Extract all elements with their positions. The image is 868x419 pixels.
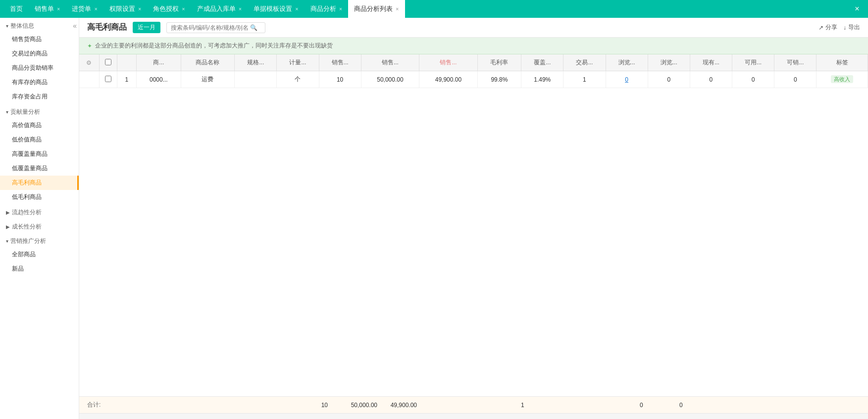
- cell-saleable: 0: [774, 71, 817, 88]
- search-icon[interactable]: 🔍: [250, 24, 257, 31]
- tag-badge: 高收入: [831, 75, 853, 83]
- col-spec[interactable]: 规格...: [235, 54, 277, 71]
- col-gross-rate[interactable]: 毛利率: [477, 54, 521, 71]
- table-container: ⚙ 商... 商品名称 规格... 计量... 销售... 销售... 销售..…: [79, 54, 868, 396]
- sidebar-item-low-coverage[interactable]: 低覆盖量商品: [0, 161, 79, 176]
- info-icon: ✦: [87, 43, 92, 49]
- info-banner: ✦ 企业的主要的利润都是这部分商品创造的，可考虑加大推广，同时关注库存是不要出现…: [79, 38, 868, 54]
- col-unit[interactable]: 计量...: [277, 54, 319, 71]
- cell-available: 0: [732, 71, 774, 88]
- footer-label: 合计:: [87, 401, 101, 409]
- footer-empty-gross: [423, 402, 463, 409]
- sidebar-collapse-button[interactable]: «: [73, 22, 77, 30]
- export-icon: ↓: [843, 24, 846, 31]
- sidebar-item-low-value[interactable]: 低价值商品: [0, 133, 79, 147]
- arrow-right-icon: ▶: [6, 210, 10, 215]
- close-icon[interactable]: ×: [57, 6, 60, 12]
- search-input[interactable]: [171, 24, 250, 31]
- footer-cell-empty4: [225, 402, 265, 409]
- sidebar-item-all-goods[interactable]: 全部商品: [0, 247, 79, 262]
- sidebar-item-high-coverage[interactable]: 高覆盖量商品: [0, 147, 79, 161]
- top-navigation: 首页 销售单 × 进货单 × 权限设置 × 角色授权 × 产成品入库单 × 单据…: [0, 0, 868, 18]
- col-tag[interactable]: 标签: [817, 54, 868, 71]
- nav-product-analysis-list[interactable]: 商品分析列表 ×: [348, 0, 405, 18]
- sidebar-group-overall[interactable]: ▾ 整体信息: [0, 18, 79, 32]
- footer-browse2: [582, 402, 621, 409]
- export-button[interactable]: ↓ 导出: [843, 23, 860, 32]
- content-header: 高毛利商品 近一月 🔍 ↗ 分享 ↓ 导出: [79, 18, 868, 38]
- col-browse1[interactable]: 浏览...: [606, 54, 648, 71]
- col-settings[interactable]: ⚙: [79, 54, 99, 71]
- row-checkbox[interactable]: [105, 76, 111, 82]
- sidebar-item-traded-goods[interactable]: 交易过的商品: [0, 47, 79, 61]
- cell-settings: [79, 71, 99, 88]
- sidebar-item-stocked-goods[interactable]: 有库存的商品: [0, 75, 79, 90]
- col-transaction[interactable]: 交易...: [563, 54, 606, 71]
- nav-role-auth[interactable]: 角色授权 ×: [147, 0, 191, 18]
- nav-sales-order[interactable]: 销售单 ×: [29, 0, 66, 18]
- sidebar-group-growth[interactable]: ▶ 成长性分析: [0, 219, 79, 233]
- page-title: 高毛利商品: [87, 22, 127, 33]
- close-icon[interactable]: ×: [396, 6, 399, 12]
- cell-unit: 个: [277, 71, 319, 88]
- col-saleable[interactable]: 可销...: [774, 54, 817, 71]
- col-sales-qty[interactable]: 销售...: [319, 54, 361, 71]
- cell-code: 0000...: [137, 71, 181, 88]
- cell-sales-qty: 10: [319, 71, 361, 88]
- close-icon[interactable]: ×: [339, 6, 342, 12]
- col-sales-profit[interactable]: 销售...: [419, 54, 478, 71]
- close-icon[interactable]: ×: [295, 6, 298, 12]
- share-icon: ↗: [818, 24, 823, 31]
- footer-cell-empty3: [186, 402, 225, 409]
- close-window-button[interactable]: ×: [850, 2, 864, 16]
- close-icon[interactable]: ×: [138, 6, 141, 12]
- nav-home[interactable]: 首页: [4, 0, 29, 18]
- footer-sales-amount: 50,000.00: [344, 402, 384, 409]
- content-area: 高毛利商品 近一月 🔍 ↗ 分享 ↓ 导出 ✦ 企业的主要的利润都是这部分商品创…: [79, 18, 868, 419]
- sidebar-item-contribution-rate[interactable]: 商品分贡助销率: [0, 61, 79, 75]
- footer-values: 10 50,000.00 49,900.00 1 0 0: [106, 402, 701, 409]
- filter-month-button[interactable]: 近一月: [133, 22, 160, 33]
- footer-cell-empty1: [106, 402, 146, 409]
- nav-permission-settings[interactable]: 权限设置 ×: [103, 0, 147, 18]
- sidebar-item-low-margin[interactable]: 低毛利商品: [0, 190, 79, 204]
- col-sales-amount[interactable]: 销售...: [361, 54, 419, 71]
- footer-cell-empty2: [146, 402, 186, 409]
- nav-template-settings[interactable]: 单据模板设置 ×: [248, 0, 304, 18]
- sidebar-group-marketing[interactable]: ▾ 营销推广分析: [0, 233, 79, 247]
- col-code[interactable]: 商...: [137, 54, 181, 71]
- close-icon[interactable]: ×: [94, 6, 97, 12]
- col-current-stock[interactable]: 现有...: [690, 54, 732, 71]
- horizontal-scrollbar[interactable]: [79, 413, 868, 419]
- col-browse2[interactable]: 浏览...: [648, 54, 690, 71]
- cell-name: 运费: [181, 71, 235, 88]
- cell-sales-amount: 50,000.00: [361, 71, 419, 88]
- footer-sales-qty: 10: [305, 402, 344, 409]
- col-coverage[interactable]: 覆盖...: [521, 54, 563, 71]
- sidebar-item-high-value[interactable]: 高价值商品: [0, 118, 79, 133]
- sidebar-item-new-goods[interactable]: 新品: [0, 262, 79, 276]
- cell-gross-rate: 99.8%: [477, 71, 521, 88]
- settings-icon[interactable]: ⚙: [86, 59, 92, 66]
- cell-seq: 1: [117, 71, 137, 88]
- cell-tag: 高收入: [817, 71, 868, 88]
- sidebar-group-trend[interactable]: ▶ 流趋性分析: [0, 204, 79, 219]
- col-seq: [117, 54, 137, 71]
- cell-checkbox[interactable]: [99, 71, 117, 88]
- nav-product-analysis[interactable]: 商品分析 ×: [305, 0, 348, 18]
- sidebar-item-sales-goods[interactable]: 销售货商品: [0, 32, 79, 47]
- col-available[interactable]: 可用...: [732, 54, 774, 71]
- nav-product-instock[interactable]: 产成品入库单 ×: [191, 0, 248, 18]
- col-name[interactable]: 商品名称: [181, 54, 235, 71]
- select-all-checkbox[interactable]: [105, 59, 111, 65]
- share-button[interactable]: ↗ 分享: [818, 23, 837, 32]
- nav-purchase-order[interactable]: 进货单 ×: [66, 0, 103, 18]
- arrow-down-icon: ▾: [6, 109, 8, 115]
- sidebar-item-high-margin[interactable]: 高毛利商品: [0, 176, 79, 190]
- sidebar-group-contribution[interactable]: ▾ 贡献量分析: [0, 104, 79, 118]
- cell-browse1[interactable]: 0: [606, 71, 648, 88]
- close-icon[interactable]: ×: [182, 6, 185, 12]
- sidebar-item-stock-capital[interactable]: 库存资金占用: [0, 90, 79, 104]
- cell-coverage: 1.49%: [521, 71, 563, 88]
- close-icon[interactable]: ×: [239, 6, 242, 12]
